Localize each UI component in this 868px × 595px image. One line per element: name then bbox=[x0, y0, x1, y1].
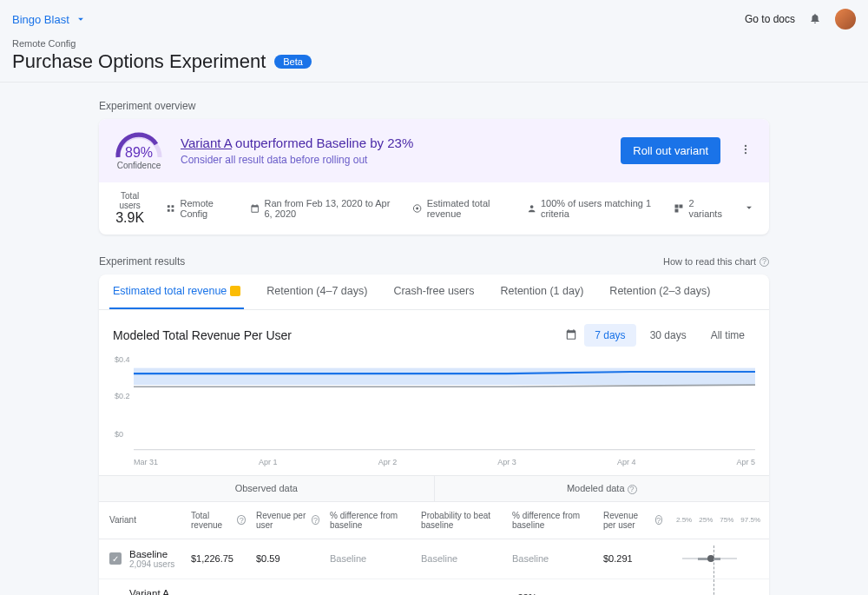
tab-crash-free[interactable]: Crash-free users bbox=[390, 274, 477, 309]
page-title: Purchase Options Experiment bbox=[12, 50, 266, 73]
variant-name: Baseline bbox=[129, 549, 174, 559]
observed-header: Observed data bbox=[99, 476, 435, 501]
breadcrumb: Remote Config bbox=[12, 38, 856, 49]
svg-rect-6 bbox=[134, 368, 755, 385]
y-tick: $0.4 bbox=[115, 355, 130, 364]
project-selector[interactable]: Bingo Blast bbox=[12, 13, 87, 26]
users-icon bbox=[527, 202, 536, 215]
col-prob-beat: Probability to beat baseline bbox=[416, 502, 507, 539]
col-distribution: 2.5%25%75%97.5% bbox=[667, 502, 769, 539]
results-section-label: Experiment results bbox=[99, 255, 185, 268]
variants-icon bbox=[674, 202, 684, 215]
variant-users: 2,094 users bbox=[129, 559, 174, 569]
confidence-value: 89% bbox=[113, 145, 165, 161]
svg-point-4 bbox=[417, 208, 419, 210]
results-card: Estimated total revenue Retention (4–7 d… bbox=[99, 274, 769, 595]
cell-prob: 89% bbox=[416, 589, 507, 595]
expand-chevron[interactable] bbox=[743, 202, 755, 215]
overview-section-label: Experiment overview bbox=[99, 100, 769, 112]
y-tick: $0.2 bbox=[115, 392, 130, 400]
svg-point-5 bbox=[529, 205, 533, 208]
col-m-rev-per-user: Revenue per user? bbox=[598, 502, 667, 539]
go-to-docs-link[interactable]: Go to docs bbox=[745, 13, 795, 25]
variant-name: Variant A↗ bbox=[129, 588, 181, 596]
modeled-header: Modeled data ? bbox=[435, 476, 770, 501]
beta-badge: Beta bbox=[274, 55, 312, 69]
x-axis: Mar 31Apr 1Apr 2Apr 3Apr 4Apr 5 bbox=[99, 458, 769, 475]
config-icon bbox=[166, 202, 175, 215]
total-users-value: 3.9K bbox=[113, 210, 147, 226]
col-pct-diff: % difference from baseline bbox=[325, 502, 416, 539]
chevron-down-icon bbox=[75, 13, 87, 25]
meta-dates: Ran from Feb 13, 2020 to Apr 6, 2020 bbox=[250, 198, 393, 219]
avatar[interactable] bbox=[835, 9, 856, 30]
chart-title: Modeled Total Revenue Per User bbox=[113, 328, 292, 342]
tab-retention-1[interactable]: Retention (1 day) bbox=[496, 274, 587, 309]
overview-card: 89% Confidence Variant A outperformed Ba… bbox=[99, 119, 769, 235]
cell-pct-diff: -16% bbox=[325, 589, 416, 595]
overview-headline: Variant A outperformed Baseline by 23% bbox=[181, 136, 605, 150]
leader-icon bbox=[230, 286, 240, 296]
svg-point-1 bbox=[745, 149, 746, 150]
calendar-picker[interactable] bbox=[562, 325, 581, 347]
cell-total-revenue: $1,226.75 bbox=[186, 545, 251, 572]
range-alltime[interactable]: All time bbox=[700, 324, 755, 347]
notifications-icon[interactable] bbox=[809, 12, 821, 27]
metric-tabs: Estimated total revenue Retention (4–7 d… bbox=[99, 274, 769, 310]
cell-m-pct-diff: +23% -12% to +73% bbox=[507, 584, 598, 595]
cell-total-revenue: $880.64 bbox=[186, 589, 251, 595]
range-30days[interactable]: 30 days bbox=[640, 324, 697, 347]
calendar-icon bbox=[250, 202, 260, 215]
variant-toggle[interactable]: ✓ bbox=[109, 552, 122, 565]
cell-m-pct-diff: Baseline bbox=[507, 545, 598, 572]
col-rev-per-user: Revenue per user? bbox=[251, 502, 325, 539]
svg-point-0 bbox=[745, 145, 746, 147]
tab-estimated-revenue[interactable]: Estimated total revenue bbox=[109, 274, 244, 309]
help-icon[interactable]: ? bbox=[628, 485, 637, 494]
y-tick: $0 bbox=[115, 430, 123, 439]
meta-targeting: 100% of users matching 1 criteria bbox=[527, 198, 655, 219]
col-total-revenue: Total revenue? bbox=[186, 502, 251, 539]
help-icon: ? bbox=[760, 257, 769, 267]
meta-config: Remote Config bbox=[166, 198, 231, 219]
col-variant: Variant bbox=[99, 502, 186, 539]
svg-point-2 bbox=[745, 152, 746, 154]
overview-subline: Consider all result data before rolling … bbox=[181, 154, 605, 166]
rollout-button[interactable]: Roll out variant bbox=[621, 137, 720, 164]
total-users-label: Total users bbox=[113, 191, 147, 210]
cell-rpu: $0.49 bbox=[251, 589, 325, 595]
table-row: ✓ Variant A↗ 1,785 users $880.64 $0.49 -… bbox=[99, 579, 769, 596]
col-m-pct-diff: % difference from baseline bbox=[507, 502, 598, 539]
distribution-spark bbox=[673, 550, 764, 567]
cell-rpu: $0.59 bbox=[251, 545, 325, 572]
baseline-marker bbox=[713, 545, 714, 595]
chevron-down-icon bbox=[743, 202, 755, 214]
cell-prob: Baseline bbox=[416, 545, 507, 572]
how-to-read-link[interactable]: How to read this chart ? bbox=[663, 256, 769, 267]
meta-metric: Estimated total revenue bbox=[412, 198, 507, 219]
meta-variants: 2 variants bbox=[674, 198, 724, 219]
table-row: ✓ Baseline 2,094 users $1,226.75 $0.59 B… bbox=[99, 539, 769, 579]
confidence-label: Confidence bbox=[113, 161, 165, 170]
revenue-chart: $0.4 $0.2 $0 bbox=[99, 354, 769, 458]
project-name: Bingo Blast bbox=[12, 13, 69, 26]
target-icon bbox=[412, 202, 422, 215]
help-icon[interactable]: ? bbox=[312, 515, 319, 525]
tab-retention-2-3[interactable]: Retention (2–3 days) bbox=[606, 274, 713, 309]
help-icon[interactable]: ? bbox=[237, 515, 246, 525]
overflow-menu[interactable] bbox=[736, 140, 755, 162]
help-icon[interactable]: ? bbox=[655, 515, 662, 525]
cell-pct-diff: Baseline bbox=[325, 545, 416, 572]
tab-retention-4-7[interactable]: Retention (4–7 days) bbox=[263, 274, 371, 309]
cell-m-rpu: $0.291 bbox=[598, 545, 667, 572]
range-7days[interactable]: 7 days bbox=[584, 324, 635, 347]
cell-m-rpu: $0.359 bbox=[598, 589, 667, 595]
